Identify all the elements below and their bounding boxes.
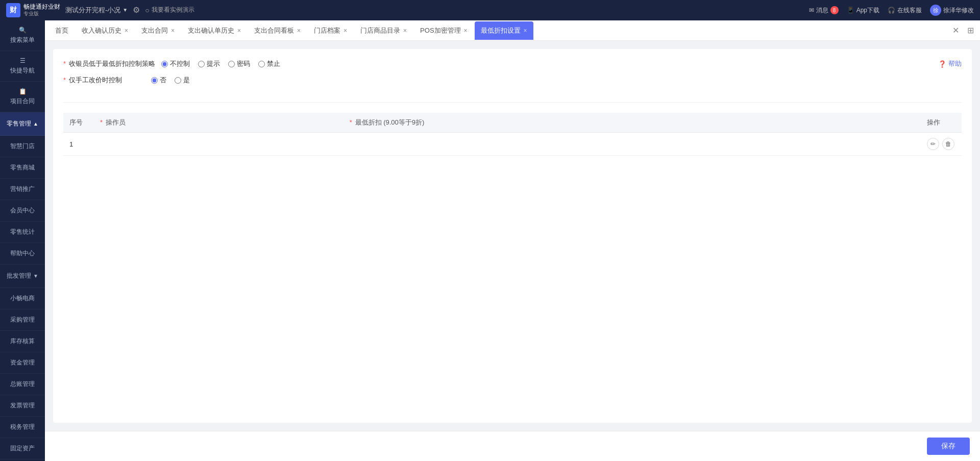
tab-store-catalog[interactable]: 门店商品目录 ×	[354, 21, 413, 40]
online-support-action[interactable]: 🎧 在线客服	[888, 6, 922, 15]
strategy-option-no-control[interactable]: 不控制	[161, 59, 190, 68]
sidebar-item-member[interactable]: 会员中心	[0, 200, 45, 222]
logo-title: 畅捷通好业财	[23, 3, 60, 10]
sidebar-item-assets[interactable]: 固定资产	[0, 438, 45, 459]
demo-link[interactable]: 我要看实例演示	[145, 6, 194, 14]
close-min-discount[interactable]: ×	[524, 28, 527, 34]
sidebar-item-retail-stats[interactable]: 零售统计	[0, 222, 45, 243]
sidebar-label-help: 帮助中心	[10, 249, 35, 258]
user-action[interactable]: 徐 徐泽华修改	[930, 5, 974, 16]
th-seq: 序号	[63, 113, 94, 133]
logo-icon: 财	[6, 3, 20, 17]
strategy-option-forbid[interactable]: 禁止	[258, 59, 280, 68]
cell-operator	[94, 133, 344, 156]
sidebar-item-nav[interactable]: ☰ 快捷导航	[0, 51, 45, 82]
help-circle-icon: ❓	[938, 60, 946, 68]
tab-expenditure-contract[interactable]: 支出合同 ×	[135, 21, 181, 40]
close-expenditure-contract[interactable]: ×	[171, 28, 175, 34]
strategy-radio-group: 不控制 提示 密码 禁	[161, 59, 280, 68]
edit-row-button[interactable]: ✏	[927, 138, 939, 150]
sidebar-item-inventory[interactable]: 库存核算	[0, 331, 45, 352]
sidebar-item-purchase[interactable]: 采购管理	[0, 309, 45, 331]
header-left: 财 畅捷通好业财 专业版 测试分开完程-小况 ▼ ⚙ 我要看实例演示	[6, 3, 194, 17]
sidebar-item-contract[interactable]: 📋 项目合同	[0, 82, 45, 112]
sidebar-item-help[interactable]: 帮助中心	[0, 243, 45, 264]
sidebar-item-marketing[interactable]: 营销推广	[0, 179, 45, 200]
sidebar-item-smart-store[interactable]: 智慧门店	[0, 136, 45, 157]
manual-option-yes[interactable]: 是	[175, 76, 190, 85]
sidebar-item-ecommerce[interactable]: 小畅电商	[0, 288, 45, 309]
strategy-radio-no-control[interactable]	[161, 61, 168, 67]
tab-min-discount[interactable]: 最低折扣设置 ×	[475, 21, 533, 40]
strategy-label-text: 收银员低于最低折扣控制策略	[69, 60, 155, 67]
manual-radio-yes[interactable]	[175, 77, 181, 84]
app-download-action[interactable]: 📱 App下载	[847, 6, 879, 15]
strategy-radio-forbid[interactable]	[258, 61, 265, 67]
sidebar-item-search[interactable]: 🔍 搜索菜单	[0, 20, 45, 51]
strategy-radio-hint[interactable]	[198, 61, 205, 67]
close-pos-password[interactable]: ×	[464, 28, 468, 34]
sidebar: 🔍 搜索菜单 ☰ 快捷导航 📋 项目合同 零售管理 ▲ 智慧门店 零售商城 营销…	[0, 20, 45, 461]
tab-label-store-catalog: 门店商品目录	[360, 26, 400, 35]
project-selector[interactable]: 测试分开完程-小况 ▼	[65, 6, 128, 15]
top-header: 财 畅捷通好业财 专业版 测试分开完程-小况 ▼ ⚙ 我要看实例演示 ✉ 消息 …	[0, 0, 980, 20]
sidebar-label-assets: 固定资产	[10, 444, 35, 453]
manual-label: * 仅手工改价时控制	[63, 76, 145, 85]
sidebar-item-wholesale[interactable]: 批发管理 ▼	[0, 264, 45, 288]
sidebar-label-tax: 税务管理	[10, 423, 35, 431]
tab-expenditure-history[interactable]: 支出确认单历史 ×	[182, 21, 247, 40]
tab-label-expenditure-history: 支出确认单历史	[188, 26, 234, 35]
user-label: 徐泽华修改	[943, 6, 974, 15]
close-store-archive[interactable]: ×	[344, 28, 347, 34]
tab-store-archive[interactable]: 门店档案 ×	[308, 21, 353, 40]
manual-option-no[interactable]: 否	[151, 76, 166, 85]
tab-home[interactable]: 首页	[49, 21, 75, 40]
strategy-option-hint-label: 提示	[207, 59, 220, 68]
sidebar-item-tax[interactable]: 税务管理	[0, 417, 45, 438]
tab-label-home: 首页	[55, 26, 68, 35]
help-link[interactable]: ❓ 帮助	[938, 59, 962, 68]
sidebar-item-fund[interactable]: 资金管理	[0, 352, 45, 374]
strategy-option-forbid-label: 禁止	[267, 59, 280, 68]
strategy-radio-password[interactable]	[228, 61, 235, 67]
sidebar-label-purchase: 采购管理	[10, 316, 35, 324]
close-income-history[interactable]: ×	[125, 28, 128, 34]
close-store-catalog[interactable]: ×	[403, 28, 407, 34]
sidebar-item-invoice[interactable]: 发票管理	[0, 395, 45, 417]
strategy-option-hint[interactable]: 提示	[198, 59, 220, 68]
tab-label-income-history: 收入确认历史	[82, 26, 121, 35]
sidebar-item-ledger[interactable]: 总账管理	[0, 374, 45, 395]
manual-radio-no[interactable]	[151, 77, 158, 84]
save-button[interactable]: 保存	[927, 438, 970, 455]
cell-min-discount	[344, 133, 921, 156]
tab-income-history[interactable]: 收入确认历史 ×	[76, 21, 134, 40]
delete-row-button[interactable]: 🗑	[942, 138, 954, 150]
tab-bar: 首页 收入确认历史 × 支出合同 × 支出确认单历史 × 支出合同看板 × 门店…	[45, 20, 980, 41]
strategy-option-password[interactable]: 密码	[228, 59, 250, 68]
tab-label-expenditure-contract: 支出合同	[141, 26, 168, 35]
action-icons: ✏ 🗑	[927, 138, 955, 150]
sidebar-label-search: 搜索菜单	[10, 36, 35, 44]
tab-close-all-icon[interactable]: ✕	[950, 23, 961, 37]
sidebar-label-retail: 零售管理	[7, 119, 31, 128]
close-contract-board[interactable]: ×	[297, 28, 301, 34]
form-section: * 收银员低于最低折扣控制策略 不控制 提示	[63, 59, 962, 103]
sidebar-label-marketing: 营销推广	[10, 185, 35, 193]
message-action[interactable]: ✉ 消息 8	[809, 6, 839, 15]
manual-label-text: 仅手工改价时控制	[69, 76, 122, 84]
tab-pos-password[interactable]: POS加密管理 ×	[414, 21, 473, 40]
sidebar-item-retail-mall[interactable]: 零售商城	[0, 157, 45, 179]
settings-icon[interactable]: ⚙	[133, 5, 140, 15]
main-card: * 收银员低于最低折扣控制策略 不控制 提示	[53, 49, 972, 423]
search-icon: 🔍	[19, 27, 27, 34]
close-expenditure-history[interactable]: ×	[237, 28, 241, 34]
th-min-discount: * 最低折扣 (9.00等于9折)	[344, 113, 921, 133]
header-right: ✉ 消息 8 📱 App下载 🎧 在线客服 徐 徐泽华修改	[809, 5, 974, 16]
sidebar-item-retail[interactable]: 零售管理 ▲	[0, 112, 45, 136]
tab-menu-icon[interactable]: ⊞	[965, 23, 976, 37]
sidebar-label-invoice: 发票管理	[10, 401, 35, 410]
delete-icon: 🗑	[945, 140, 951, 148]
tab-contract-board[interactable]: 支出合同看板 ×	[248, 21, 307, 40]
cell-actions: ✏ 🗑	[921, 133, 962, 156]
sidebar-label-fund: 资金管理	[10, 358, 35, 367]
